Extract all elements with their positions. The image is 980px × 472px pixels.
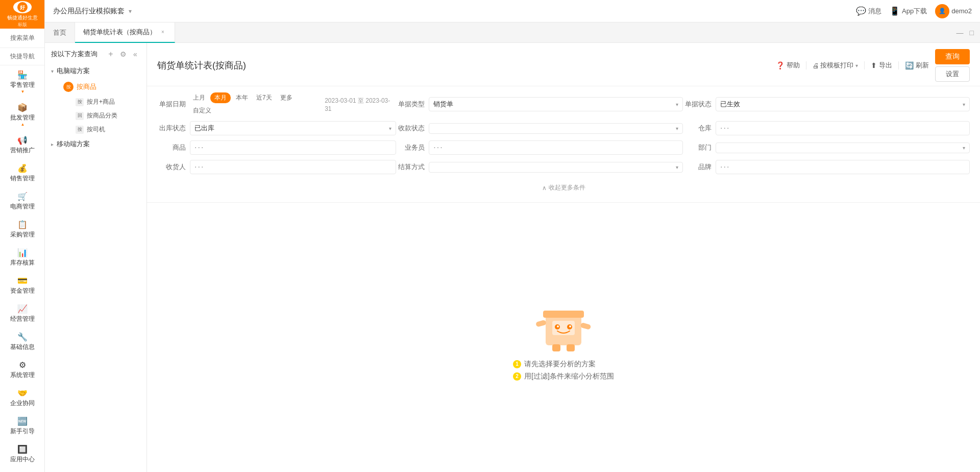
date-tab-more[interactable]: 更多 [277, 92, 296, 103]
query-button[interactable]: 查询 [935, 49, 970, 64]
header-left: 办公用品行业模拟账套 ▾ [53, 7, 132, 16]
left-panel-title: 按以下方案查询 [51, 50, 97, 59]
sidebar-item-cooperation[interactable]: 🤝 企业协同 [0, 384, 44, 412]
message-button[interactable]: 💬 消息 [856, 6, 881, 16]
ecommerce-icon: 🛒 [17, 191, 28, 201]
search-menu-label[interactable]: 搜索菜单 [10, 34, 35, 42]
logo-area: 好 畅捷通好生意 标版 [0, 0, 44, 29]
storage-input[interactable]: ··· [716, 121, 970, 135]
sidebar-item-guide[interactable]: 🆕 新手引导 [0, 412, 44, 440]
refresh-button[interactable]: 🔄 刷新 [905, 61, 929, 70]
retail-icon: 🏪 [17, 69, 28, 80]
date-tab-custom[interactable]: 自定义 [190, 105, 214, 116]
date-tab-last-month[interactable]: 上月 [190, 92, 208, 103]
sidebar-item-retail[interactable]: 🏪 零售管理 ▼ [0, 65, 44, 98]
warehouse-value: 已出库 [194, 124, 214, 133]
tree-item-month-goods[interactable]: 按 按月+商品 [57, 95, 146, 109]
sales-label: 销售管理 [10, 174, 35, 183]
doc-status-select[interactable]: 已生效 ▾ [716, 97, 970, 111]
payment-select[interactable]: ▾ [429, 123, 683, 134]
app-center-label: 应用中心 [10, 455, 35, 464]
settings-scheme-button[interactable]: ⚙ [118, 49, 128, 59]
add-scheme-button[interactable]: + [106, 49, 116, 59]
staff-input[interactable]: ··· [429, 140, 683, 155]
sidebar-item-procurement[interactable]: 📋 采购管理 [0, 215, 44, 243]
collapse-panel-button[interactable]: « [130, 49, 140, 59]
inventory-label: 库存核算 [10, 258, 35, 267]
export-button[interactable]: ⬆ 导出 [871, 61, 892, 70]
tree-item-driver[interactable]: 按 按司机 [57, 123, 146, 136]
sidebar-item-wechat[interactable]: 💬 企业微信 [0, 468, 44, 472]
operations-icon: 📈 [17, 303, 28, 314]
empty-tip-2: 2 用[过滤]条件来缩小分析范围 [513, 372, 614, 381]
main-content: 办公用品行业模拟账套 ▾ 💬 消息 📱 App下载 👤 demo2 首页 [45, 0, 980, 472]
tree-item-category[interactable]: 回 按商品分类 [57, 109, 146, 123]
download-icon: 📱 [890, 6, 900, 16]
marketing-label: 营销推广 [10, 146, 35, 155]
cooperation-label: 企业协同 [10, 399, 35, 408]
tab-maximize-btn[interactable]: □ [968, 27, 976, 39]
quick-nav-label[interactable]: 快捷导航 [10, 52, 35, 61]
collapse-label: 收起更多条件 [549, 183, 585, 192]
receiver-input[interactable]: ··· [190, 160, 396, 174]
date-tab-7days[interactable]: 近7天 [253, 92, 275, 103]
tree-mobile-group[interactable]: ▸ 移动端方案 [45, 136, 146, 152]
collapse-up-icon: ∧ [542, 184, 547, 192]
settings-button[interactable]: 设置 [935, 66, 970, 82]
sidebar-item-system[interactable]: ⚙ 系统管理 [0, 356, 44, 384]
svg-rect-12 [567, 344, 575, 351]
tab-minimize-btn[interactable]: — [954, 27, 966, 39]
sidebar-search-section[interactable]: 搜索菜单 [0, 29, 44, 48]
sidebar-item-inventory[interactable]: 📊 库存核算 [0, 243, 44, 271]
help-button[interactable]: ❓ 帮助 [776, 61, 800, 70]
payment-method-select[interactable]: ▾ [429, 162, 683, 173]
sidebar-item-operations[interactable]: 📈 经营管理 [0, 299, 44, 327]
page-actions: ❓ 帮助 🖨 按模板打印 ▾ ⬆ 导出 [776, 49, 970, 82]
tree-item-by-goods[interactable]: 按 按商品 [57, 79, 146, 95]
tab-active[interactable]: 销货单统计表（按商品） × [75, 22, 175, 43]
collapse-bar[interactable]: ∧ 收起更多条件 [157, 179, 970, 196]
inventory-icon: 📊 [17, 247, 28, 257]
user-avatar-text: 👤 [939, 8, 946, 14]
sidebar-item-marketing[interactable]: 📢 营销推广 [0, 131, 44, 159]
dept-arrow: ▾ [963, 145, 965, 151]
print-dropdown-icon[interactable]: ▾ [855, 63, 858, 68]
doc-type-select[interactable]: 销货单 ▾ [429, 97, 683, 111]
sidebar-item-finance[interactable]: 💳 资金管理 [0, 271, 44, 299]
date-tab-this-year[interactable]: 本年 [233, 92, 251, 103]
user-profile[interactable]: 👤 demo2 [935, 4, 972, 18]
date-tab-this-month[interactable]: 本月 [210, 92, 231, 103]
logo-text: 畅捷通好生意 [7, 14, 38, 21]
warehouse-select[interactable]: 已出库 ▾ [190, 121, 396, 135]
tip-text-2: 用[过滤]条件来缩小分析范围 [524, 372, 614, 381]
refresh-icon: 🔄 [905, 61, 914, 69]
message-label: 消息 [868, 7, 881, 16]
sidebar-item-ecommerce[interactable]: 🛒 电商管理 [0, 187, 44, 215]
tab-close-icon[interactable]: × [159, 29, 166, 36]
tab-home[interactable]: 首页 [45, 22, 75, 43]
dept-select[interactable]: ▾ [716, 143, 970, 153]
app-download-button[interactable]: 📱 App下载 [890, 6, 927, 16]
refresh-label: 刷新 [916, 61, 929, 70]
sidebar-item-sales[interactable]: 💰 销售管理 [0, 159, 44, 187]
mobile-expand-icon: ▸ [51, 141, 54, 147]
quick-nav-section[interactable]: 快捷导航 [0, 48, 44, 65]
sidebar-item-wholesale[interactable]: 📦 批发管理 ▲ [0, 98, 44, 131]
tree-desktop-group[interactable]: ▾ 电脑端方案 [45, 63, 146, 79]
app-center-icon: 🔲 [17, 444, 28, 454]
sidebar-item-app-center[interactable]: 🔲 应用中心 [0, 440, 44, 468]
storage-dots: ··· [720, 124, 730, 133]
sidebar-item-basic[interactable]: 🔧 基础信息 [0, 327, 44, 356]
filter-item-doc-type: 单据类型 销货单 ▾ [396, 97, 683, 111]
brand-input[interactable]: ··· [716, 160, 970, 174]
query-settings-group: 查询 设置 [935, 49, 970, 82]
goods-label: 商品 [157, 143, 186, 152]
print-button[interactable]: 🖨 按模板打印 ▾ [813, 61, 858, 70]
header-dropdown-icon[interactable]: ▾ [129, 8, 132, 15]
svg-point-8 [569, 325, 571, 327]
procurement-label: 采购管理 [10, 230, 35, 239]
filter-item-date: 单据日期 上月 本月 本年 近7天 更多 自定义 2023-03-01 至 20… [157, 92, 396, 116]
print-label: 按模板打印 [820, 61, 853, 70]
goods-input[interactable]: ··· [190, 140, 396, 155]
filter-item-doc-status: 单据状态 已生效 ▾ [683, 97, 970, 111]
